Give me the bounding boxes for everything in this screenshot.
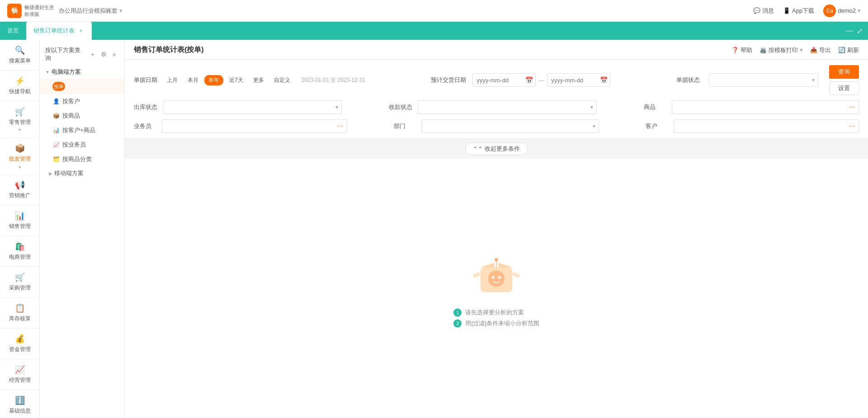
app-download-icon: 📱 [783,7,790,14]
breadcrumb-dropdown-icon[interactable]: ▾ [119,7,123,14]
scheme-item-by-goods[interactable]: 📦 按商品 [40,109,124,123]
salesperson-selector[interactable]: ··· [162,119,347,133]
sidebar-item-search-menu[interactable]: 🔍 搜索菜单 [0,40,39,71]
header-left: 畅 畅捷通好生意 标准版 办公用品行业模拟账套 ▾ [7,4,123,18]
scheme-group-pc-header[interactable]: ▼ 电脑端方案 [40,65,124,79]
shipment-select-wrap [163,100,342,114]
expected-date-label: 预计交货日期 [431,76,467,84]
app-download-button[interactable]: 📱 App下载 [783,7,814,15]
filter-row-2: 出库状态 收款状态 商品 [134,100,859,114]
department-select[interactable] [422,119,599,133]
last7days-btn[interactable]: 近7天 [225,75,247,86]
tab-bar: 首页 销售订单统计表 × — ⤢ [0,22,868,40]
date-filter-label: 单据日期 [134,76,157,84]
calendar-start-icon[interactable]: 📅 [525,76,533,84]
inventory-icon: 📋 [15,303,25,313]
scheme-group-mobile-header[interactable]: ▶ 移动端方案 [40,166,124,180]
page-header-top: 销售订单统计表(按单) ❓ 帮助 🖨️ 按模板打印 ▾ 📤 [134,45,859,55]
scheme-item-by-goods-category[interactable]: 🗂️ 按商品分类 [40,152,124,166]
scheme-add-button[interactable]: + [88,50,97,59]
sidebar-item-inventory[interactable]: 📋 库存核算 [0,298,39,328]
empty-svg-icon [469,247,524,301]
collapse-up-icon: ⌃⌃ [473,146,483,152]
this-year-btn[interactable]: 本年 [204,75,223,86]
department-label: 部门 [394,122,416,130]
filter-row-3: 业务员 ··· 部门 客户 ··· [134,119,859,133]
sidebar-item-marketing[interactable]: 📢 营销推广 [0,175,39,205]
page-title: 销售订单统计表(按单) [134,45,204,55]
user-menu-button[interactable]: Ea demo2 ▾ [823,5,861,17]
tab-active-label: 销售订单统计表 [33,27,75,35]
date-range-text: 2023-01-01 至 2023-12-31 [302,76,365,84]
export-button[interactable]: 📤 导出 [810,46,831,54]
status-select[interactable] [709,73,818,87]
sidebar-item-finance[interactable]: 💰 资金管理 [0,328,39,359]
sidebar-retail-label: 零售管理 [9,119,31,126]
custom-date-btn[interactable]: 自定义 [270,75,294,86]
query-button[interactable]: 查询 [829,65,859,79]
print-button[interactable]: 🖨️ 按模板打印 ▾ [760,46,803,54]
refresh-button[interactable]: 🔄 刷新 [838,46,859,54]
sidebar-finance-label: 资金管理 [9,346,31,353]
shipment-select[interactable] [163,100,342,114]
goods-label: 商品 [644,103,666,111]
marketing-icon: 📢 [15,180,25,190]
tab-home[interactable]: 首页 [0,22,26,40]
sidebar-item-ecommerce[interactable]: 🛍️ 电商管理 [0,236,39,267]
scheme-group-mobile-label: 移动端方案 [54,169,84,177]
sidebar-item-retail[interactable]: 🛒 零售管理 ▾ [0,101,39,138]
tab-maximize-icon[interactable]: ⤢ [857,27,863,35]
scheme-collapse-button[interactable]: « [110,50,119,59]
scheme-by-salesperson-label: 按业务员 [62,141,86,149]
main-layout: 🔍 搜索菜单 ⚡ 快捷导航 🛒 零售管理 ▾ 📦 批发管理 ▴ 📢 营销推广 📊… [0,40,868,418]
scheme-item-by-customer-goods[interactable]: 📊 按客户+商品 [40,123,124,138]
scheme-item-by-customer[interactable]: 👤 按客户 [40,94,124,109]
help-button[interactable]: ❓ 帮助 [731,46,752,54]
sidebar-item-basic[interactable]: ℹ️ 基础信息 [0,390,39,418]
breadcrumb: 办公用品行业模拟账套 ▾ [59,7,123,15]
collapse-button[interactable]: ⌃⌃ 收起更多条件 [465,142,528,155]
print-icon: 🖨️ [760,47,767,53]
calendar-end-icon[interactable]: 📅 [600,76,608,84]
goods-selector[interactable]: ··· [672,100,859,114]
date-quick-buttons: 上月 本月 本年 近7天 更多 自定义 [163,75,294,86]
payment-select[interactable] [418,100,597,114]
wholesale-icon: 📦 [15,143,25,153]
sidebar-item-purchase[interactable]: 🛒 采购管理 [0,267,39,298]
export-icon: 📤 [810,47,817,53]
last-month-btn[interactable]: 上月 [163,75,182,86]
scheme-item-by-order[interactable]: 按单 [40,79,124,94]
scheme-settings-button[interactable]: ⚙ [99,50,108,59]
scheme-group-pc-label: 电脑端方案 [52,68,81,76]
setting-button[interactable]: 设置 [829,81,859,95]
scheme-by-goods-label: 按商品 [62,112,80,120]
user-chevron-icon: ▾ [858,7,861,14]
sidebar-item-operations[interactable]: 📈 经营管理 [0,359,39,390]
messages-button[interactable]: 💬 消息 [753,7,774,15]
sales-icon: 📊 [15,211,25,221]
sidebar-ecommerce-label: 电商管理 [9,253,31,261]
print-label: 按模板打印 [769,46,798,54]
this-month-btn[interactable]: 本月 [184,75,203,86]
expected-date-inputs: 📅 — 📅 [472,73,610,87]
tab-sales-order-stats[interactable]: 销售订单统计表 × [26,22,92,40]
goods-dots-icon: ··· [849,103,855,111]
customer-selector[interactable]: ··· [674,119,859,133]
tab-minimize-icon[interactable]: — [846,27,853,35]
more-dates-btn[interactable]: 更多 [249,75,268,86]
sidebar-item-quick-nav[interactable]: ⚡ 快捷导航 [0,71,39,101]
pc-group-chevron-icon: ▼ [45,70,50,75]
sidebar-marketing-label: 营销推广 [9,192,31,200]
scheme-panel: 按以下方案查询 + ⚙ « ▼ 电脑端方案 按单 👤 按客户 [40,40,125,418]
sidebar-item-wholesale[interactable]: 📦 批发管理 ▴ [0,138,39,175]
sidebar-item-sales[interactable]: 📊 销售管理 [0,205,39,236]
scheme-item-by-salesperson[interactable]: 📈 按业务员 [40,138,124,152]
page-actions: ❓ 帮助 🖨️ 按模板打印 ▾ 📤 导出 � [731,46,859,54]
tab-close-icon[interactable]: × [77,27,85,34]
scheme-by-customer-goods-label: 按客户+商品 [62,126,95,134]
empty-hint-2: 2 用[过滤]条件来缩小分析范围 [453,319,539,328]
search-menu-icon: 🔍 [15,45,25,55]
top-header: 畅 畅捷通好生意 标准版 办公用品行业模拟账套 ▾ 💬 消息 📱 App下载 E… [0,0,868,22]
svg-point-1 [488,271,505,287]
page-header: 销售订单统计表(按单) ❓ 帮助 🖨️ 按模板打印 ▾ 📤 [125,40,868,60]
